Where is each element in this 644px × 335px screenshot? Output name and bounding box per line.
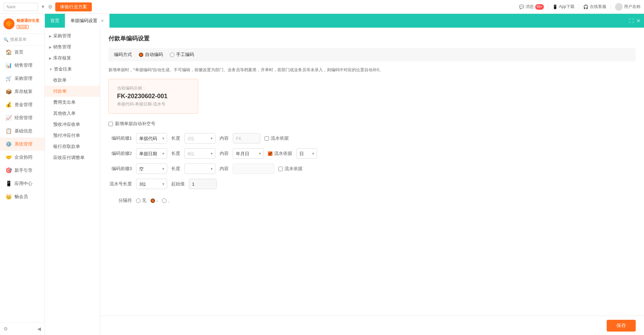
auto-fill-label: 新增单据自动补空号	[115, 121, 155, 127]
logo-icon: 🔶	[3, 18, 15, 29]
manual-code-radio[interactable]: 手工编码	[170, 52, 194, 58]
sidebar-item-member[interactable]: 👑 畅会员	[0, 190, 45, 203]
app-download-btn[interactable]: 📱 App下载	[552, 4, 575, 10]
info-text: 新增单据时，*单据编码*自动生成、不可编辑，前缀设置为部门、业务员等档案类，开单…	[108, 67, 636, 73]
prefix2-length-select[interactable]: 8位	[184, 148, 215, 159]
menu-item-adjust[interactable]: 应收应付调整单	[45, 152, 100, 163]
prefix1-value-wrap: 单据代码 ▼	[136, 133, 167, 143]
serial-length-wrap: 3位 4位 5位 ▼	[136, 179, 167, 189]
menu-item-expense[interactable]: 费用支出单	[45, 97, 100, 108]
auto-code-input[interactable]	[139, 53, 143, 57]
finance-icon: 💰	[6, 102, 12, 108]
auto-fill-checkbox[interactable]	[108, 122, 113, 126]
sidebar: 🔶 畅捷通好生意 旗品版 🔍 搜索菜单 🏠 首页 📊 销售管理 🛒	[0, 14, 45, 335]
menu-item-payment[interactable]: 付款单	[45, 86, 100, 97]
message-btn[interactable]: 💬 消息 99+	[519, 4, 544, 10]
tab-encoding[interactable]: 单据编码设置 ✕	[65, 14, 109, 28]
sidebar-item-finance[interactable]: 💰 资金管理	[0, 98, 45, 111]
code-preview-box: 当前编码示例： FK-20230602-001 单据代码-单据日期-流水号	[108, 79, 198, 114]
sidebar-item-guide[interactable]: 🎯 新手引导	[0, 164, 45, 177]
maximize-icon[interactable]: ⛶	[629, 18, 634, 24]
menu-item-prepaid-receivable[interactable]: 预收冲应收单	[45, 119, 100, 130]
sidebar-item-purchase[interactable]: 🛒 采购管理	[0, 72, 45, 85]
message-label: 消息	[526, 4, 534, 10]
sep-none-label: 无	[142, 197, 146, 204]
manual-code-label: 手工编码	[176, 52, 194, 58]
sidebar-item-basic[interactable]: 📋 基础信息	[0, 124, 45, 138]
prefix2-select[interactable]: 单据日期	[136, 148, 167, 159]
menu-item-other-income[interactable]: 其他收入单	[45, 108, 100, 119]
sidebar-item-sales[interactable]: 📊 销售管理	[0, 59, 45, 72]
sep-dot-radio[interactable]	[162, 198, 166, 203]
home-icon: 🏠	[6, 49, 12, 55]
preview-label: 当前编码示例：	[117, 85, 190, 91]
sep-dash-radio[interactable]	[151, 198, 155, 203]
prefix1-length-select[interactable]: 2位	[184, 133, 215, 143]
sidebar-nav: 🏠 首页 📊 销售管理 🛒 采购管理 📦 库存核算 💰 资金管理 📈 经	[0, 46, 45, 322]
encoding-method-row: 编码方式 自动编码 手工编码	[108, 48, 636, 61]
menu-group-inventory-title[interactable]: ▶ 库存核算	[45, 53, 100, 64]
sep-dot-label: .	[168, 198, 169, 203]
sidebar-item-home[interactable]: 🏠 首页	[0, 46, 45, 59]
tab-home[interactable]: 首页	[45, 14, 65, 28]
sales-group-arrow: ▶	[49, 45, 52, 49]
prefix2-serial-checkbox[interactable]	[268, 151, 272, 156]
prefix3-serial-label: 流水依据	[285, 166, 302, 172]
prefix3-select[interactable]: 空	[136, 164, 167, 174]
settings-icon[interactable]: ⚙	[48, 4, 52, 10]
online-service-btn[interactable]: 🎧 在线客服	[583, 4, 606, 10]
sidebar-item-apps[interactable]: 📱 应用中心	[0, 177, 45, 190]
dropdown-arrow-icon[interactable]: ▼	[41, 4, 45, 9]
serial-start-input[interactable]	[189, 179, 217, 189]
tab-close-icon[interactable]: ✕	[101, 19, 104, 23]
menu-group-purchase-title[interactable]: ▶ 采购管理	[45, 30, 100, 41]
sidebar-item-inventory[interactable]: 📦 库存核算	[0, 85, 45, 98]
sidebar-item-operation[interactable]: 📈 经营管理	[0, 111, 45, 124]
prefix1-serial-checkbox[interactable]	[265, 136, 269, 141]
user-avatar[interactable]: 用户名称	[615, 3, 641, 11]
basic-icon: 📋	[6, 128, 12, 134]
search-label: 搜索菜单	[10, 37, 27, 43]
sidebar-search[interactable]: 🔍 搜索菜单	[0, 34, 45, 46]
manual-code-input[interactable]	[170, 53, 174, 57]
menu-group-capital-title[interactable]: ▼ 资金往来	[45, 64, 100, 75]
service-icon: 🎧	[583, 4, 588, 9]
save-button[interactable]: 保存	[607, 320, 636, 332]
auto-code-radio[interactable]: 自动编码	[139, 52, 163, 58]
sep-dot-option[interactable]: .	[162, 198, 169, 203]
sidebar-settings-btn[interactable]: ⚙	[3, 326, 8, 332]
prefix2-serial-wrap: 流水依据	[268, 150, 292, 157]
nav-label-member: 畅会员	[15, 194, 28, 200]
sidebar-item-cooperation[interactable]: 🤝 企业协同	[0, 151, 45, 164]
left-menu: ▶ 采购管理 ▶ 销售管理 ▶ 库存核算	[45, 28, 100, 335]
prefix3-length-select[interactable]	[184, 164, 215, 174]
experience-btn[interactable]: 体验行业方案	[55, 2, 92, 11]
sidebar-item-system[interactable]: ⚙️ 系统管理	[0, 138, 45, 151]
guide-icon: 🎯	[6, 167, 12, 174]
sep-dash-option[interactable]: -	[151, 198, 158, 203]
search-icon: 🔍	[3, 37, 9, 42]
menu-item-bank[interactable]: 银行存取款单	[45, 141, 100, 152]
prefix2-content-select[interactable]: 年月日	[233, 148, 264, 159]
prefix3-length-label: 长度	[171, 166, 180, 172]
sidebar-collapse-btn[interactable]: ◀	[37, 326, 41, 332]
prefix1-select[interactable]: 单据代码	[136, 133, 167, 143]
prefix3-label: 编码前缀3	[108, 166, 132, 172]
auto-code-label: 自动编码	[145, 52, 163, 58]
prefix3-serial-wrap: 流水依据	[278, 166, 302, 172]
menu-item-prepaid-payable[interactable]: 预付冲应付单	[45, 130, 100, 141]
menu-group-sales-title[interactable]: ▶ 销售管理	[45, 41, 100, 53]
nav-label-system: 系统管理	[15, 141, 32, 147]
sep-none-radio[interactable]	[136, 198, 141, 203]
prefix2-period-select[interactable]: 日 月 年	[296, 148, 317, 159]
sep-none-option[interactable]: 无	[136, 197, 146, 204]
serial-length-select[interactable]: 3位 4位 5位	[136, 179, 167, 189]
avatar-icon	[615, 3, 623, 11]
user-name-label: 用户名称	[624, 4, 641, 10]
prefix2-length-wrap: 8位 ▼	[184, 148, 215, 159]
close-window-icon[interactable]: ✕	[636, 18, 641, 24]
menu-item-receipt[interactable]: 收款单	[45, 75, 100, 86]
company-name[interactable]: Nare	[3, 3, 38, 11]
purchase-group-arrow: ▶	[49, 34, 52, 38]
prefix3-serial-checkbox[interactable]	[278, 167, 283, 171]
